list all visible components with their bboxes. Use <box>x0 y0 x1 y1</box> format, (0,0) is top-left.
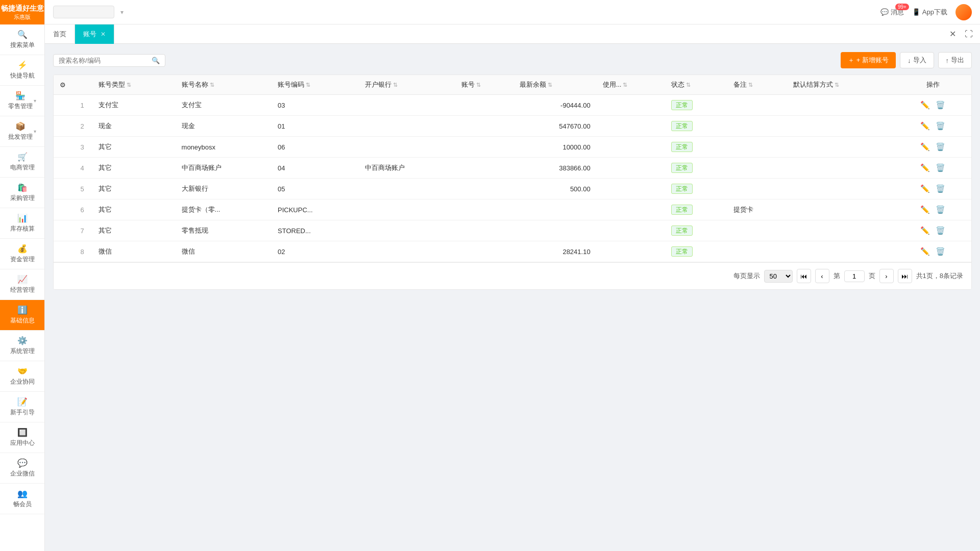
cell-account-type: 其它 <box>92 199 176 220</box>
edit-button[interactable]: ✏️ <box>918 225 932 236</box>
page-label: 第 <box>834 271 840 281</box>
delete-button[interactable]: 🗑️ <box>934 120 947 132</box>
col-header-bank[interactable]: 开户银行⇅ <box>359 75 455 95</box>
import-button[interactable]: ↓ 导入 <box>900 52 934 68</box>
cell-account-name: 提货卡（零... <box>176 199 272 220</box>
export-button[interactable]: ↑ 导出 <box>938 52 972 68</box>
cell-default-settlement <box>787 158 895 179</box>
sidebar-item-search-menu[interactable]: 🔍 搜索菜单 <box>0 24 44 55</box>
add-account-button[interactable]: ＋ + 新增账号 <box>841 52 896 68</box>
sidebar-item-wholesale-mgmt[interactable]: 📦 批发管理 ▾ <box>0 116 44 147</box>
sidebar-item-enterprise-agreement[interactable]: 🤝 企业协同 <box>0 361 44 392</box>
sidebar-item-retail-mgmt[interactable]: 🏪 零售管理 ▾ <box>0 86 44 116</box>
retail-mgmt-icon: 🏪 <box>15 91 26 101</box>
delete-button[interactable]: 🗑️ <box>934 183 947 194</box>
edit-button[interactable]: ✏️ <box>918 183 932 194</box>
status-badge: 正常 <box>671 226 693 236</box>
page-size-select[interactable]: 50 100 200 <box>764 270 793 283</box>
col-header-account-no[interactable]: 账号⇅ <box>455 75 514 95</box>
status-badge: 正常 <box>671 205 693 215</box>
chevron-down-icon: ▾ <box>34 98 36 104</box>
delete-button[interactable]: 🗑️ <box>934 141 947 153</box>
search-icon[interactable]: 🔍 <box>152 57 160 64</box>
edit-button[interactable]: ✏️ <box>918 99 932 111</box>
edit-button[interactable]: ✏️ <box>918 120 932 132</box>
sidebar-item-capital-mgmt[interactable]: 💰 资金管理 <box>0 239 44 269</box>
cell-usage <box>597 137 666 158</box>
cell-default-settlement <box>787 199 895 220</box>
sidebar-item-label: 采购管理 <box>0 194 44 203</box>
col-header-balance[interactable]: 最新余额⇅ <box>513 75 597 95</box>
sidebar-item-quick-nav[interactable]: ⚡ 快捷导航 <box>0 55 44 86</box>
sidebar-item-enterprise-wechat[interactable]: 💬 企业微信 <box>0 453 44 484</box>
delete-button[interactable]: 🗑️ <box>934 225 947 236</box>
delete-button[interactable]: 🗑️ <box>934 162 947 173</box>
sidebar-item-inventory[interactable]: 📊 库存核算 <box>0 208 44 239</box>
header-search-input[interactable] <box>53 6 114 18</box>
col-header-ops: 操作 <box>894 75 971 95</box>
cell-balance <box>513 220 597 241</box>
page-first-button[interactable]: ⏮ <box>797 269 811 283</box>
cell-balance: 500.00 <box>513 179 597 199</box>
cell-bank <box>359 241 455 262</box>
cell-account-no <box>455 95 514 116</box>
sidebar-item-purchase-mgmt[interactable]: 🛍️ 采购管理 <box>0 178 44 208</box>
app-download-button[interactable]: 📱 App下载 <box>912 8 947 17</box>
cell-settings <box>54 116 72 137</box>
edit-button[interactable]: ✏️ <box>918 141 932 153</box>
sidebar-item-label: 批发管理 <box>8 133 33 141</box>
edit-button[interactable]: ✏️ <box>918 246 932 257</box>
tab-close-icon[interactable]: ✕ <box>101 31 106 38</box>
col-header-account-code[interactable]: 账号编码⇅ <box>272 75 359 95</box>
delete-button[interactable]: 🗑️ <box>934 246 947 257</box>
tab-bar: 首页 账号 ✕ ✕ ⛶ <box>45 24 980 44</box>
status-badge: 正常 <box>671 142 693 152</box>
system-icon: ⚙️ <box>0 336 44 345</box>
tab-account[interactable]: 账号 ✕ <box>75 24 114 44</box>
col-header-account-name[interactable]: 账号名称⇅ <box>176 75 272 95</box>
sidebar-item-new-guide[interactable]: 📝 新手引导 <box>0 392 44 422</box>
cell-remark <box>727 241 787 262</box>
sidebar-item-basic-info[interactable]: ℹ️ 基础信息 <box>0 300 44 331</box>
capital-icon: 💰 <box>0 244 44 254</box>
app-logo: 畅捷通好生意 乐惠版 <box>0 0 44 24</box>
cell-account-type: 支付宝 <box>92 95 176 116</box>
search-input[interactable] <box>59 57 149 64</box>
table-row: 2 现金 现金 01 547670.00 正常 ✏️ 🗑️ <box>54 116 971 137</box>
col-header-status[interactable]: 状态⇅ <box>665 75 727 95</box>
delete-button[interactable]: 🗑️ <box>934 204 947 215</box>
page-suffix: 页 <box>869 271 875 281</box>
sidebar-item-app-center[interactable]: 🔲 应用中心 <box>0 422 44 453</box>
sidebar-item-operation-mgmt[interactable]: 📈 经营管理 <box>0 269 44 300</box>
cell-remark <box>727 158 787 179</box>
col-header-settings[interactable]: ⚙ <box>54 75 72 95</box>
page-number-input[interactable] <box>844 270 865 282</box>
export-icon: ↑ <box>946 57 949 64</box>
user-avatar[interactable] <box>955 4 972 20</box>
sidebar-item-member[interactable]: 👥 畅会员 <box>0 484 44 514</box>
col-header-default-settlement[interactable]: 默认结算方式⇅ <box>787 75 895 95</box>
page-last-button[interactable]: ⏭ <box>898 269 912 283</box>
sidebar-item-label: 资金管理 <box>0 255 44 264</box>
sidebar-item-ecommerce-mgmt[interactable]: 🛒 电商管理 <box>0 147 44 178</box>
col-header-remark[interactable]: 备注⇅ <box>727 75 787 95</box>
tab-maximize-button[interactable]: ⛶ <box>962 27 976 41</box>
sidebar-item-system-mgmt[interactable]: ⚙️ 系统管理 <box>0 331 44 361</box>
col-header-usage[interactable]: 使用...⇅ <box>597 75 666 95</box>
delete-button[interactable]: 🗑️ <box>934 99 947 111</box>
sidebar-item-label: 新手引导 <box>0 408 44 417</box>
cell-rownum: 3 <box>72 137 92 158</box>
tab-close-button[interactable]: ✕ <box>945 27 960 41</box>
message-button[interactable]: 💬 消息 99+ <box>880 8 904 17</box>
cell-default-settlement <box>787 179 895 199</box>
cell-status: 正常 <box>665 116 727 137</box>
tab-home[interactable]: 首页 <box>45 24 75 44</box>
page-next-button[interactable]: › <box>879 269 894 283</box>
cell-account-no <box>455 179 514 199</box>
cell-rownum: 4 <box>72 158 92 179</box>
edit-button[interactable]: ✏️ <box>918 162 932 173</box>
col-header-account-type[interactable]: 账号类型⇅ <box>92 75 176 95</box>
page-prev-button[interactable]: ‹ <box>815 269 829 283</box>
cell-account-type: 现金 <box>92 116 176 137</box>
edit-button[interactable]: ✏️ <box>918 204 932 215</box>
